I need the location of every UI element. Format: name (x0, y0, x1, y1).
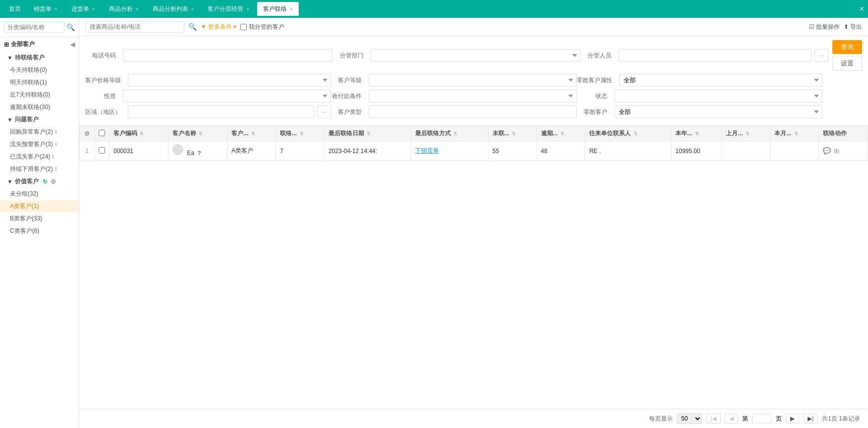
query-button[interactable]: 查询 (832, 40, 862, 54)
th-last-contact-method[interactable]: 最后联络方式 ⇅ (411, 126, 488, 141)
next-page-button[interactable]: ▶ (786, 414, 799, 424)
sidebar-item-tomorrow[interactable]: 明天待联络(1) (0, 76, 79, 89)
select-dept[interactable] (371, 49, 581, 62)
first-page-button[interactable]: |◀ (706, 414, 721, 424)
sort-icon: ⇅ (453, 131, 457, 136)
th-contact-count[interactable]: 联络... ⇅ (276, 126, 325, 141)
input-person[interactable] (618, 49, 812, 62)
select-customer-level[interactable] (369, 74, 577, 87)
sidebar-item-ungrouped[interactable]: 未分组(32) (0, 188, 79, 200)
input-phone[interactable] (123, 49, 333, 62)
chat-icon[interactable]: 💬 (823, 147, 831, 155)
select-retail-attr[interactable]: 全部 (619, 74, 822, 87)
last-contact-method[interactable]: 下销货单 (411, 141, 488, 161)
customer-name[interactable]: Ea ？ (168, 141, 227, 161)
more-region-button[interactable]: ··· (317, 106, 331, 118)
advanced-filter: 电话号码 分管部门 分管人员 ··· 查询 设置 (79, 36, 868, 126)
page-size-label: 每页显示 (649, 415, 673, 423)
tab-purchase-order[interactable]: 进货单 × (65, 2, 101, 16)
th-last-contact-date[interactable]: 最后联络日期 ⇅ (325, 126, 411, 141)
th-overdue[interactable]: 逾期... ⇅ (537, 126, 585, 141)
sidebar-item-repurchase-anomaly[interactable]: 回购异常客户(2) ℹ (0, 126, 79, 138)
th-name[interactable]: 客户名称 ⇅ (168, 126, 227, 141)
row-no: 1 (80, 141, 95, 161)
label-customer-level: 客户等级 (331, 76, 366, 85)
close-all-tabs[interactable]: × (860, 4, 864, 13)
input-customer-type[interactable] (369, 106, 577, 118)
tab-customer-contact[interactable]: 客户联络 × (257, 2, 299, 16)
filter-cell-region: 区域（地区） ··· (85, 106, 331, 118)
th-settings[interactable]: ⚙ (80, 126, 95, 141)
settings-button[interactable]: 设置 (832, 56, 862, 71)
close-icon[interactable]: × (191, 6, 194, 12)
sort-icon: ⇅ (199, 131, 203, 136)
page-size-select[interactable]: 20 50 100 (677, 413, 702, 424)
sort-icon: ⇅ (140, 131, 144, 136)
value-customers-group[interactable]: ▼ 价值客户 ↻ ⚙ (0, 175, 79, 188)
home-tab[interactable]: 首页 (4, 3, 26, 15)
last-page-button[interactable]: ▶| (803, 414, 818, 424)
sidebar-item-c-class[interactable]: C类客户(6) (0, 225, 79, 237)
refresh-icon[interactable]: ↻ (43, 178, 48, 185)
pending-contact-group[interactable]: ▼ 待联络客户 (0, 52, 79, 64)
label-phone: 电话号码 (85, 52, 120, 60)
select-status[interactable] (614, 90, 822, 103)
tab-product-analysis-list[interactable]: 商品分析列表 × (147, 2, 200, 16)
sidebar-search-input[interactable] (4, 22, 64, 33)
close-icon[interactable]: × (136, 6, 139, 12)
th-last-month[interactable]: 上月... ⇅ (722, 126, 770, 141)
my-customers-checkbox[interactable] (240, 24, 247, 30)
sidebar-search-button[interactable]: 🔍 (66, 23, 75, 31)
page-input[interactable]: 1 (752, 414, 772, 424)
sidebar-item-churn-warning[interactable]: 流失预警客户(3) ℹ (0, 138, 79, 151)
my-customers-checkbox-label[interactable]: 我分管的客户 (240, 23, 284, 31)
more-filters-button[interactable]: ▼ 更多条件 ▾ (201, 23, 236, 31)
close-icon[interactable]: × (54, 6, 57, 12)
sidebar-item-overdue[interactable]: 逾期未联络(30) (0, 101, 79, 113)
filter-cell-retail: 零散客户 全部 (577, 106, 822, 118)
select-price-level[interactable] (128, 74, 331, 87)
problem-customers-group[interactable]: ▼ 问题客户 (0, 113, 79, 126)
filter-cell-status: 状态 (577, 90, 822, 103)
row-checkbox[interactable] (99, 147, 105, 154)
th-this-year[interactable]: 本年... ⇅ (671, 126, 722, 141)
filter-actions: ☑ 批量操作 ⬆ 导出 (809, 23, 862, 31)
select-retail[interactable]: 全部 (614, 106, 822, 118)
export-button[interactable]: ⬆ 导出 (844, 23, 862, 31)
select-nature[interactable] (123, 90, 331, 103)
sidebar-item-churned[interactable]: 已流失客户(24) ℹ (0, 151, 79, 163)
sidebar-item-declining[interactable]: 持续下滑客户(2) ℹ (0, 163, 79, 175)
filter-row-2: 客户价格等级 客户等级 零散客户属性 全部 (85, 74, 862, 87)
search-input[interactable] (85, 21, 184, 33)
th-type[interactable]: 客户... ⇅ (227, 126, 276, 141)
sidebar-item-a-class[interactable]: A类客户(1) (0, 200, 79, 213)
more-person-button[interactable]: ··· (814, 49, 828, 62)
sidebar-item-b-class[interactable]: B类客户(33) (0, 213, 79, 225)
settings-icon[interactable]: ⚙ (51, 178, 56, 185)
tab-sales-order[interactable]: 销货单 × (28, 2, 63, 16)
select-payment[interactable] (369, 90, 577, 103)
prev-page-button[interactable]: ◀ (725, 414, 738, 424)
close-icon[interactable]: × (92, 6, 95, 12)
th-no-contact[interactable]: 未联... ⇅ (488, 126, 537, 141)
filter-search-button[interactable]: 🔍 (188, 23, 197, 31)
customers-table: ⚙ 客户编码 ⇅ 客户名称 ⇅ 客户... (79, 126, 868, 161)
batch-op-button[interactable]: ☑ 批量操作 (809, 23, 840, 31)
close-icon[interactable]: × (290, 6, 293, 12)
close-icon[interactable]: × (246, 6, 249, 12)
tab-product-analysis[interactable]: 商品分析 × (103, 2, 145, 16)
grid-action-icon[interactable]: ⊞ (834, 147, 839, 155)
sidebar-item-7days[interactable]: 近7天待联络(0) (0, 89, 79, 101)
all-customers-header[interactable]: ⊞ 全部客户 ◀ (0, 37, 79, 52)
select-all-checkbox[interactable] (99, 130, 105, 136)
sidebar-item-today[interactable]: 今天待联络(0) (0, 64, 79, 76)
th-code[interactable]: 客户编码 ⇅ (109, 126, 168, 141)
th-contacts[interactable]: 往来单位联系人 ⇅ (585, 126, 671, 141)
table-area: ⚙ 客户编码 ⇅ 客户名称 ⇅ 客户... (79, 126, 868, 409)
th-this-month[interactable]: 本月... ⇅ (770, 126, 819, 141)
table-row: 1 000031 Ea ？ A类客户 7 2023-04-12 14:44: (80, 141, 868, 161)
collapse-icon[interactable]: ◀ (70, 41, 75, 48)
filter-cell-dept: 分管部门 (333, 49, 581, 62)
tab-customer-tier[interactable]: 客户分层经营 × (202, 2, 255, 16)
input-region[interactable] (128, 106, 314, 118)
